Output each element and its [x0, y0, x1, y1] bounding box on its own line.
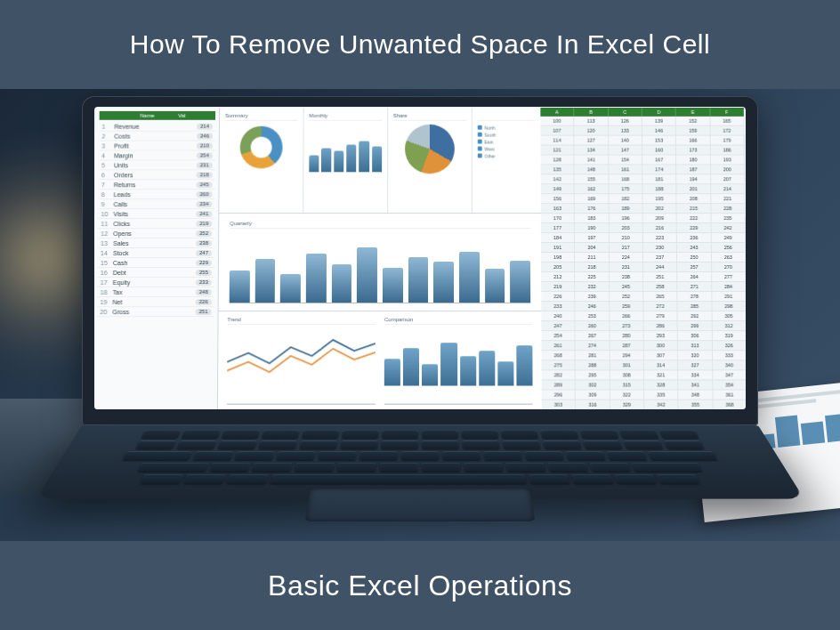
- spreadsheet-grid: AB CD EF 1001131261391521651071201331461…: [540, 108, 746, 409]
- keyboard-key: [276, 451, 315, 460]
- keyboard-key: [623, 440, 663, 449]
- table-row: 107120133146159172: [540, 126, 744, 136]
- keyboard-key: [657, 474, 700, 484]
- keyboard-key: [658, 431, 699, 439]
- table-row: 261274287300313326: [541, 341, 746, 351]
- keyboard-key: [379, 463, 417, 472]
- keyboard-key: [342, 431, 379, 439]
- list-item: 15Cash229: [98, 258, 214, 268]
- list-item: 7Returns245: [99, 180, 215, 190]
- table-row: 296309322335348361: [542, 391, 746, 400]
- hero-photo: Name Val 1Revenue2142Costs2463Profit2104…: [0, 89, 840, 541]
- table-row: 219232245258271284: [541, 282, 746, 292]
- grouped-bar-chart: Comparison: [384, 317, 533, 405]
- list-item: 17Equity233: [98, 278, 214, 287]
- keyboard-key: [209, 463, 250, 472]
- trackpad: [304, 489, 535, 521]
- keyboard-key: [382, 431, 418, 439]
- keyboard-key: [183, 474, 226, 484]
- keyboard-key: [182, 431, 221, 439]
- table-row: 275288301314327340: [541, 360, 746, 370]
- list-item: 4Margin254: [99, 150, 215, 160]
- table-row: 198211224237250263: [541, 253, 746, 262]
- table-row: 121134147160173186: [540, 146, 744, 156]
- keyboard-key: [540, 431, 578, 439]
- keyboard-key: [381, 440, 418, 449]
- table-row: 240253266279292305: [541, 311, 746, 321]
- table-row: 212225238251264277: [541, 272, 746, 282]
- table-row: 128141154167180193: [541, 155, 745, 165]
- screen-bezel: Name Val 1Revenue2142Costs2463Profit2104…: [82, 96, 758, 425]
- keyboard-key: [543, 440, 582, 449]
- keyboard-key: [631, 463, 702, 472]
- table-row: 142155168181194207: [541, 174, 745, 184]
- keyboard-key: [501, 431, 538, 439]
- table-row: 289302315328341354: [542, 380, 746, 390]
- keyboard-key: [176, 440, 216, 449]
- table-row: 205218231244257270: [541, 262, 746, 272]
- keyboard-key: [135, 440, 176, 449]
- pie-chart: Share: [388, 108, 472, 213]
- keyboard-key: [583, 440, 623, 449]
- keyboard-key: [529, 474, 569, 484]
- keyboard-key: [138, 463, 209, 472]
- keyboard-key: [547, 463, 588, 472]
- keyboard-key: [302, 431, 339, 439]
- keyboard-key: [614, 474, 657, 484]
- keyboard-key: [271, 474, 527, 484]
- keyboard-key: [664, 440, 705, 449]
- list-item: 13Sales238: [98, 238, 214, 248]
- keyboard-key: [524, 451, 563, 460]
- keyboard-key: [258, 440, 297, 449]
- keyboard-key: [295, 463, 335, 472]
- table-row: 114127140153166179: [540, 136, 744, 146]
- keyboard-key: [252, 463, 293, 472]
- keyboard-key: [123, 451, 193, 460]
- list-item: 18Tax248: [98, 287, 214, 297]
- list-item: 12Opens252: [98, 229, 214, 238]
- sidebar-header: Name Val: [100, 111, 215, 120]
- keyboard-key: [619, 431, 658, 439]
- keyboard-key: [401, 451, 440, 460]
- keyboard-key: [340, 440, 377, 449]
- table-row: 247260273286299312: [541, 321, 746, 331]
- laptop-screen: Name Val 1Revenue2142Costs2463Profit2104…: [94, 107, 746, 409]
- keyboard-key: [464, 463, 503, 472]
- table-row: 184197210223236249: [541, 233, 746, 243]
- table-row: 282295308321334347: [542, 370, 746, 380]
- line-chart: Trend: [227, 317, 376, 405]
- keyboard-key: [222, 431, 261, 439]
- keyboard-key: [580, 431, 619, 439]
- keyboard-key: [461, 431, 498, 439]
- keyboard-key: [234, 451, 274, 460]
- table-row: 149162175188201214: [541, 184, 746, 194]
- page-title: How To Remove Unwanted Space In Excel Ce…: [130, 29, 710, 60]
- keyboard-key: [227, 474, 269, 484]
- keyboard-key: [462, 440, 499, 449]
- keyboard-key: [648, 451, 718, 460]
- list-item: 5Units231: [99, 160, 215, 170]
- keyboard-key: [566, 451, 606, 460]
- keyboard-key: [262, 431, 300, 439]
- keyboard-key: [442, 451, 481, 460]
- keyboard-key: [299, 440, 337, 449]
- list-item: 8Leads260: [99, 190, 215, 199]
- list-item: 20Gross251: [97, 307, 214, 317]
- keyboard-key: [483, 451, 522, 460]
- table-row: 156169182195208221: [541, 194, 746, 204]
- table-row: 268281294307320333: [541, 351, 746, 360]
- keyboard-key: [422, 440, 459, 449]
- sidebar-table: Name Val 1Revenue2142Costs2463Profit2104…: [94, 108, 220, 409]
- list-item: 16Debt255: [98, 268, 214, 278]
- keyboard-key: [217, 440, 257, 449]
- keyboard-key: [318, 451, 357, 460]
- sheet-header: AB CD EF: [540, 108, 744, 117]
- list-item: 1Revenue214: [99, 122, 215, 132]
- keyboard-key: [589, 463, 630, 472]
- dashboard: Summary Monthly Share: [218, 108, 542, 409]
- table-row: 303316329342355368: [542, 400, 746, 409]
- table-row: 226239252265278291: [541, 292, 746, 302]
- laptop: Name Val 1Revenue2142Costs2463Profit2104…: [82, 96, 758, 541]
- list-item: 11Clicks219: [98, 219, 214, 229]
- table-row: 100113126139152165: [540, 117, 744, 126]
